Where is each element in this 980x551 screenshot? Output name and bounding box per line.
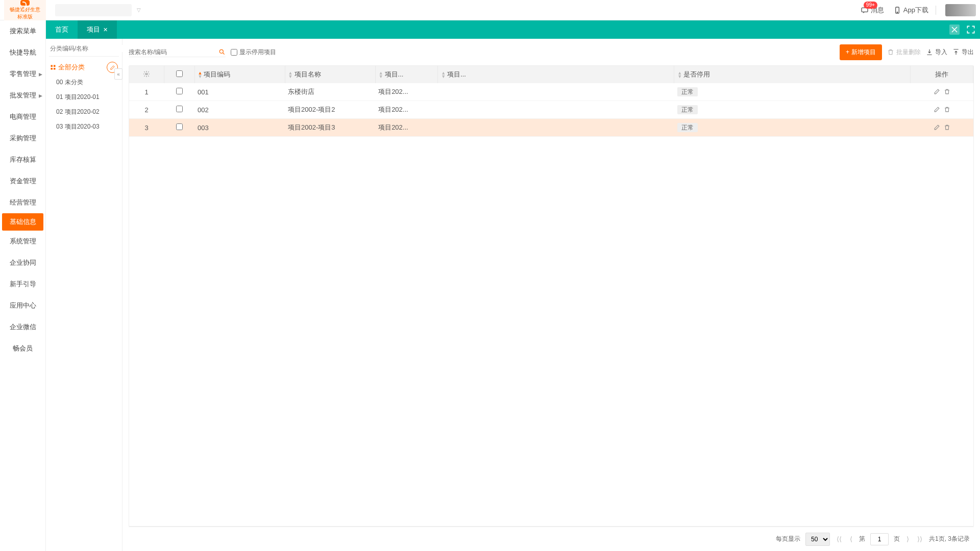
messages-button[interactable]: 99+ 消息	[861, 6, 884, 15]
chevron-down-icon: ▽	[137, 7, 141, 13]
app-download-button[interactable]: App下载	[893, 6, 928, 15]
close-all-tabs-button[interactable]	[949, 24, 960, 35]
svg-point-2	[897, 12, 897, 12]
tab-home[interactable]: 首页	[46, 20, 78, 39]
top-header: 畅捷通好生意 标准版 ▽ 99+ 消息 App下载	[0, 0, 980, 20]
close-icon[interactable]: ✕	[103, 27, 108, 33]
user-avatar[interactable]	[945, 4, 976, 16]
mobile-icon	[893, 6, 901, 14]
brand-edition: 标准版	[17, 13, 33, 20]
messages-badge: 99+	[864, 2, 877, 9]
tab-project[interactable]: 项目 ✕	[78, 20, 117, 39]
fullscreen-button[interactable]	[966, 24, 976, 35]
sidebar-item-0[interactable]: 搜索菜单	[0, 20, 45, 39]
org-selector[interactable]	[55, 4, 132, 16]
tab-bar: 首页 项目 ✕	[0, 20, 980, 39]
logo-icon	[20, 0, 30, 6]
brand-logo[interactable]: 畅捷通好生意 标准版	[4, 0, 46, 20]
sidebar: 搜索菜单快捷导航零售管理▸批发管理▸电商管理采购管理库存核算资金管理经营管理基础…	[0, 20, 46, 39]
